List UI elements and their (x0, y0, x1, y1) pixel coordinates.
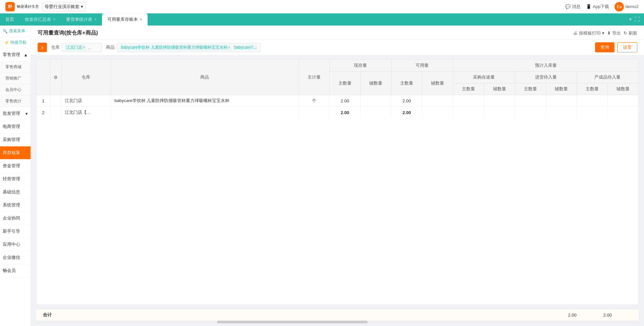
close-all-icon[interactable]: × (629, 16, 632, 22)
logo-icon: 好 (5, 2, 15, 11)
refresh-button[interactable]: ↻ 刷新 (624, 30, 637, 36)
th-stock-aux: 辅数量 (360, 72, 391, 95)
sidebar-item-operations[interactable]: 经营管理 (0, 173, 31, 186)
data-table: ⚙ 仓库 商品 主计量 现存量 可用量 预计入库量 主数量 辅数量 主数量 辅数… (37, 60, 638, 118)
product-tag-1-close[interactable]: × (228, 45, 230, 49)
chevron-down-icon: ▾ (602, 31, 604, 36)
sidebar: 🔍 搜索菜单 ⚡ 快捷导航 零售管理 ▲ 零售商城 营销推广 会员中心 零售统计 (0, 26, 31, 326)
footer-bar: 合计 2.00 2.00 (36, 309, 639, 321)
warehouse-more[interactable]: ... (88, 45, 91, 50)
td-product-1: babycare学饮杯 儿童防摔防撞吸管杯重力球吸嘴杯宝宝水杯 (111, 95, 299, 107)
sidebar-item-wholesale-mgmt[interactable]: 批发管理 ▾ (0, 107, 31, 120)
product-tag-2: babycare?... (233, 45, 258, 50)
warehouse-filter: 仓库 江北门店 × ... (51, 43, 102, 52)
print-button[interactable]: 🖨 按模板打印 ▾ (573, 30, 604, 36)
sidebar-item-enterprise[interactable]: 企业协同 (0, 212, 31, 225)
th-main-unit: 主计量 (299, 60, 329, 95)
th-inbound-main: 主数量 (515, 83, 546, 95)
sidebar-item-member-center[interactable]: 会员中心 (0, 84, 31, 96)
sidebar-item-enterprise-wechat[interactable]: 企业微信 (0, 251, 31, 264)
td-in-aux-2 (546, 107, 577, 119)
footer-stock-total: 2.00 (568, 313, 576, 318)
th-available-main: 主数量 (391, 72, 422, 95)
sidebar-search[interactable]: 🔍 搜索菜单 (0, 26, 31, 37)
tab-home[interactable]: 首页 (0, 13, 19, 26)
tab-receivable[interactable]: 收发存汇总表 × (19, 13, 61, 26)
top-bar: 好 畅捷通好生意 母婴行业演示账套 ▾ 💬 消息 📱 App下载 Ea demo… (0, 0, 644, 13)
sidebar-item-ecommerce[interactable]: 电商管理 (0, 120, 31, 133)
sidebar-item-app-center[interactable]: 应用中心 (0, 238, 31, 251)
warehouse-tag: 江北门店 × (65, 44, 86, 51)
sidebar-item-inventory[interactable]: 库存核算 (0, 146, 31, 159)
th-planned-group: 预计入库量 (453, 60, 638, 72)
sidebar-item-basic-info[interactable]: 基础信息 (0, 186, 31, 199)
close-tab-receivable[interactable]: × (53, 17, 55, 22)
td-avail-aux-2 (422, 107, 453, 119)
td-product-2 (111, 107, 299, 119)
th-inbound-aux: 辅数量 (546, 83, 577, 95)
th-warehouse: 仓库 (61, 60, 111, 95)
settings-icon[interactable]: ⚙ (54, 75, 58, 80)
td-in-main-1 (515, 95, 546, 107)
sidebar-item-retail-stats[interactable]: 零售统计 (0, 96, 31, 107)
sidebar-item-finance[interactable]: 资金管理 (0, 159, 31, 173)
chevron-down-icon: ▾ (81, 4, 83, 9)
td-avail-main-2: 2.00 (391, 107, 422, 119)
footer-values: 2.00 2.00 (568, 313, 612, 318)
query-button[interactable]: 查询 (595, 42, 614, 52)
scroll-indicator (36, 321, 639, 323)
th-product-main: 主数量 (577, 83, 607, 95)
table-row: 2 江北门店【... 2.00 2.00 (37, 107, 638, 119)
th-stock-main: 主数量 (329, 72, 360, 95)
filter-toggle-button[interactable]: » (38, 43, 47, 52)
fullscreen-icon[interactable]: ⛶ (635, 16, 640, 22)
td-pur-main-1 (453, 95, 484, 107)
top-bar-left: 好 畅捷通好生意 母婴行业演示账套 ▾ (5, 2, 86, 11)
td-rownum-1: 1 (37, 95, 50, 107)
sidebar-item-purchase[interactable]: 采购管理 (0, 133, 31, 146)
industry-selector[interactable]: 母婴行业演示账套 ▾ (42, 2, 86, 11)
settings-button[interactable]: 设置 (617, 42, 637, 52)
page-header: 可用量查询(按仓库+商品) 🖨 按模板打印 ▾ ⬇ 导出 ↻ 刷新 (31, 26, 644, 40)
user-menu[interactable]: Ea demo2 (614, 2, 639, 11)
filter-actions: 查询 设置 (595, 42, 637, 52)
sidebar-item-retail-mall[interactable]: 零售商城 (0, 61, 31, 73)
tab-available[interactable]: 可用量库存账本 × (102, 13, 148, 26)
td-stock-main-2: 2.00 (329, 107, 360, 119)
product-value-input[interactable]: babycare学饮杯 儿童防摔防撞吸管杯重力球吸嘴杯宝宝水杯 × babyca… (117, 43, 261, 52)
refresh-icon: ↻ (624, 31, 627, 36)
scroll-thumb[interactable] (217, 321, 368, 323)
app-download-button[interactable]: 📱 App下载 (586, 4, 609, 10)
chevron-down-icon: ▾ (25, 111, 28, 116)
th-purchase-main: 主数量 (453, 83, 484, 95)
logo-text: 畅捷通好生意 (17, 4, 39, 9)
table-container[interactable]: ⚙ 仓库 商品 主计量 现存量 可用量 预计入库量 主数量 辅数量 主数量 辅数… (36, 59, 639, 305)
sidebar-item-new-guide[interactable]: 新手引导 (0, 225, 31, 238)
warehouse-value-input[interactable]: 江北门店 × ... (62, 43, 102, 52)
sidebar-item-retail-mgmt[interactable]: 零售管理 ▲ (0, 48, 31, 61)
top-bar-right: 💬 消息 📱 App下载 Ea demo2 (565, 2, 639, 11)
td-settings-2 (50, 107, 61, 119)
close-tab-available[interactable]: × (140, 17, 142, 22)
sidebar-quick-nav[interactable]: ⚡ 快捷导航 (0, 37, 31, 48)
product-tag-1: babycare学饮杯 儿童防摔防撞吸管杯重力球吸嘴杯宝宝水杯 × (120, 44, 231, 51)
footer-available-total: 2.00 (603, 313, 612, 318)
message-button[interactable]: 💬 消息 (565, 4, 581, 10)
td-stock-aux-1 (360, 95, 391, 107)
th-inbound-pending: 进货待入量 (515, 72, 577, 83)
close-tab-requisition[interactable]: × (94, 17, 97, 22)
export-button[interactable]: ⬇ 导出 (607, 30, 621, 36)
warehouse-tag-close[interactable]: × (83, 45, 85, 49)
sidebar-item-marketing[interactable]: 营销推广 (0, 73, 31, 84)
download-icon: 📱 (586, 4, 591, 9)
th-stock-group: 现存量 (329, 60, 391, 72)
sidebar-item-system-mgmt[interactable]: 系统管理 (0, 199, 31, 212)
print-icon: 🖨 (573, 31, 578, 36)
td-rownum-2: 2 (37, 107, 50, 119)
td-pur-aux-2 (484, 107, 515, 119)
td-in-main-2 (515, 107, 546, 119)
sidebar-item-vip[interactable]: 畅会员 (0, 264, 31, 277)
td-stock-main-1: 2.00 (329, 95, 360, 107)
logo-area: 好 畅捷通好生意 (5, 2, 39, 11)
tab-requisition[interactable]: 要货单统计表 × (61, 13, 102, 26)
